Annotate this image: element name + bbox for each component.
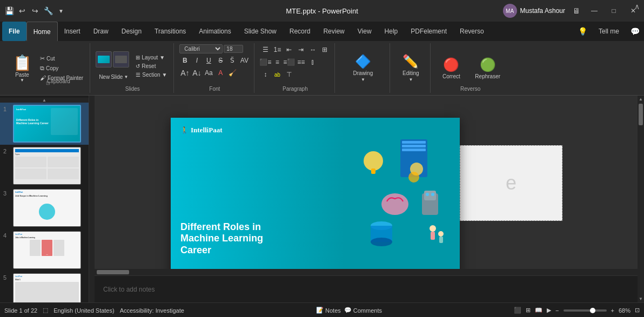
bold-button[interactable]: B [179,55,190,66]
italic-button[interactable]: I [191,55,202,66]
text-highlight-button[interactable]: ab [272,69,283,80]
tab-file[interactable]: File [2,22,26,41]
tab-view[interactable]: View [351,22,378,41]
scroll-thumb[interactable] [639,104,643,125]
font-family-select[interactable]: Calibri [179,44,223,53]
cut-button[interactable]: ✂Cut [38,54,85,63]
right-scrollbar[interactable]: ▲ ▼ [638,96,644,302]
tab-review[interactable]: Review [317,22,351,41]
tab-draw[interactable]: Draw [87,22,115,41]
tab-transitions[interactable]: Transitions [148,22,192,41]
zoom-in-button[interactable]: + [611,307,614,314]
slide-number-4: 4 [3,231,11,239]
tab-reverso[interactable]: Reverso [453,22,491,41]
indent-dec-button[interactable]: ⇤ [284,44,294,55]
correct-icon: 🔴 [443,57,459,72]
layout-button[interactable]: ⊞Layout ▼ [133,53,169,62]
bullets-button[interactable]: ☰ [260,44,271,55]
correct-button[interactable]: 🔴 Correct [436,48,466,89]
comments-button[interactable]: 💬 Comments [344,307,382,314]
redo-icon[interactable]: ↪ [30,6,40,16]
reading-view-button[interactable]: 📖 [535,307,542,314]
bottom-scrollbar[interactable] [95,269,638,275]
comments-icon[interactable]: 💬 [630,26,640,36]
clipboard-launcher[interactable]: ⊡ [46,80,50,86]
font-size-btn2[interactable]: Aа [203,68,214,78]
maximize-button[interactable]: □ [607,4,620,17]
zoom-out-button[interactable]: − [555,307,559,314]
align-left-button[interactable]: ⬛≡ [260,57,271,68]
clear-format-button[interactable]: 🧹 [227,68,238,78]
slide-canvas[interactable]: 🚶 IntelliPaat Different Roles in Machine… [171,118,460,281]
lightbulb-icon[interactable]: 💡 [578,26,588,36]
editing-button[interactable]: ✏️ Editing ▼ [395,48,426,89]
font-color-button[interactable]: A [215,68,226,78]
underline-button[interactable]: U [203,55,214,66]
slide-item-3[interactable]: 3 IntelliPaat Job Scope in Machine Learn… [0,187,89,229]
section-button[interactable]: ☰Section ▼ [133,71,169,79]
drawing-button[interactable]: 🔷 Drawing ▼ [348,48,378,89]
tab-slideshow[interactable]: Slide Show [238,22,283,41]
h-scroll-thumb[interactable] [97,270,129,274]
slide-item-4[interactable]: 4 IntelliPaat Jobs in Machine Learning J… [0,229,89,271]
scroll-up-button[interactable]: ▲ [0,98,89,103]
font-increase-button[interactable]: A↑ [179,68,190,78]
font-size-input[interactable] [224,45,243,53]
slide-item-2[interactable]: 2 Topics [0,145,89,187]
undo-icon[interactable]: ↩ [17,6,27,16]
copy-button[interactable]: ⧉Copy [38,64,85,73]
rephraser-button[interactable]: 🟢 Rephraser [471,48,505,89]
monitor-icon[interactable]: 🖥 [572,6,581,16]
indent-inc-button[interactable]: ⇥ [296,44,306,55]
new-slide-button[interactable]: New Slide ▼ [96,69,131,85]
fit-slide-button[interactable]: ⊡ [635,307,640,314]
slide-sorter-button[interactable]: ⊞ [526,307,531,314]
accessibility-status[interactable]: Accessibility: Investigate [120,307,184,314]
numbering-button[interactable]: 1≡ [272,44,283,55]
line-spacing-button[interactable]: ↕ [260,69,271,80]
tab-tell-me[interactable]: Tell me [592,22,626,41]
text-direction-button[interactable]: ↔ [307,44,318,55]
text-shadow-button[interactable]: S̈ [227,55,238,66]
title-bar: 💾 ↩ ↪ 🔧 ▼ MTE.pptx - PowerPoint MA Musta… [0,0,644,22]
minimize-button[interactable]: — [588,4,601,17]
tab-insert[interactable]: Insert [58,22,87,41]
reset-button[interactable]: ↺Reset [133,62,169,70]
paste-button[interactable]: 📋 Paste ▼ [9,49,36,87]
ribbon-collapse-button[interactable]: ∧ [634,2,640,11]
slide-item-1[interactable]: 1 IntelliPaat Different Roles in Machine… [0,103,89,145]
tab-design[interactable]: Design [115,22,148,41]
convert-smartart-button[interactable]: ⊞ [319,44,330,55]
align-right-button[interactable]: ≡⬛ [284,57,294,68]
dropdown-icon[interactable]: ▼ [56,6,66,16]
ribbon: File Home Insert Draw Design Transitions… [0,22,644,96]
zoom-level[interactable]: 68% [619,307,630,314]
notes-area[interactable]: Click to add notes [95,275,638,302]
font-decrease-button[interactable]: A↓ [191,68,202,78]
char-spacing-button[interactable]: AV [239,55,250,66]
repair-icon[interactable]: 🔧 [43,6,53,16]
notes-button[interactable]: 📝 Notes [316,307,341,314]
scroll-up-arrow[interactable]: ▲ [638,96,644,103]
col-button[interactable]: ⫿ [307,57,318,68]
tab-animations[interactable]: Animations [192,22,237,41]
justify-button[interactable]: ≡≡ [296,57,306,68]
save-icon[interactable]: 💾 [4,6,14,16]
align-text-button[interactable]: ⊤ [284,69,294,80]
extension-letter: e [506,172,516,194]
tab-help[interactable]: Help [378,22,405,41]
tab-home[interactable]: Home [26,22,58,41]
editing-icon: ✏️ [403,54,419,69]
slide-item-5[interactable]: 5 IntelliPaat Slide 5 [0,271,89,302]
align-center-button[interactable]: ≡ [272,57,283,68]
slide-indicator-icon[interactable]: ⬚ [43,307,48,314]
tab-pdfelement[interactable]: PDFelement [404,22,453,41]
scroll-down-arrow[interactable]: ▼ [638,295,644,302]
strikethrough-button[interactable]: S [215,55,226,66]
normal-view-button[interactable]: ⬛ [514,307,521,314]
ribbon-group-clipboard: 📋 Paste ▼ ✂Cut ⧉Copy 🖌Format Painter [4,43,90,93]
zoom-slider[interactable] [564,309,607,312]
font-name-row: Calibri [179,44,243,53]
tab-record[interactable]: Record [283,22,317,41]
slideshow-button[interactable]: ▶ [547,307,551,314]
